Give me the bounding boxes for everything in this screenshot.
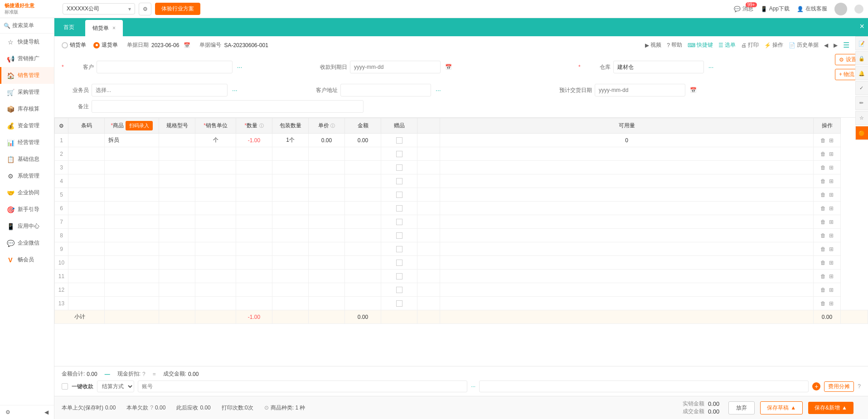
row-spec[interactable] xyxy=(159,242,195,256)
float-bell-btn[interactable]: 🔔 xyxy=(855,66,868,80)
row-spec[interactable] xyxy=(159,283,195,297)
row-amount[interactable] xyxy=(345,256,381,270)
payment-amount-input[interactable] xyxy=(479,380,809,392)
sidebar-item-apps[interactable]: 📱 应用中心 xyxy=(0,218,54,235)
delete-icon[interactable]: 🗑 xyxy=(820,219,826,225)
row-remark[interactable] xyxy=(417,242,440,256)
row-barcode[interactable] xyxy=(68,215,105,229)
row-qty[interactable] xyxy=(236,297,272,310)
row-remark[interactable] xyxy=(417,147,440,161)
sidebar-item-marketing[interactable]: 📢 营销推广 xyxy=(0,50,54,67)
row-spec[interactable] xyxy=(159,147,195,161)
row-price[interactable] xyxy=(309,229,345,242)
row-unit[interactable] xyxy=(195,161,236,174)
row-remark[interactable] xyxy=(417,161,440,174)
notes-input[interactable] xyxy=(92,100,364,113)
row-amount[interactable] xyxy=(345,229,381,242)
customer-addr-dots[interactable]: ··· xyxy=(436,87,441,94)
copy-icon[interactable]: ⊞ xyxy=(829,192,834,198)
sidebar-item-sales[interactable]: 🏠 销售管理 xyxy=(0,67,54,84)
row-unit[interactable] xyxy=(195,188,236,202)
delete-icon[interactable]: 🗑 xyxy=(820,273,826,279)
expected-date-input[interactable] xyxy=(595,84,685,96)
row-barcode[interactable] xyxy=(68,147,105,161)
row-pkg-qty[interactable] xyxy=(272,174,309,188)
sidebar-collapse-icon[interactable]: ◀ xyxy=(44,409,48,415)
sidebar-item-guide[interactable]: 🎯 新手引导 xyxy=(0,201,54,218)
row-price[interactable] xyxy=(309,297,345,310)
row-product[interactable] xyxy=(105,270,159,283)
copy-icon[interactable]: ⊞ xyxy=(829,219,834,225)
float-lock-btn[interactable]: 🔒 xyxy=(855,51,868,65)
row-barcode[interactable] xyxy=(68,161,105,174)
receipt-date-input[interactable] xyxy=(350,61,441,73)
col-settings[interactable]: ⚙ xyxy=(55,118,68,134)
row-remark[interactable] xyxy=(417,297,440,310)
float-note-btn[interactable]: 📝 xyxy=(855,36,868,50)
tab-home[interactable]: 首页 xyxy=(54,18,83,36)
copy-icon[interactable]: ⊞ xyxy=(829,178,834,184)
row-qty[interactable] xyxy=(236,270,272,283)
prev-record-icon[interactable]: ◀ xyxy=(824,42,828,48)
salesperson-input[interactable] xyxy=(92,84,228,96)
row-pkg-qty[interactable] xyxy=(272,297,309,310)
row-qty[interactable] xyxy=(236,283,272,297)
message-button[interactable]: 💬 消息 99+ xyxy=(734,5,753,13)
row-product[interactable] xyxy=(105,256,159,270)
shortcut-link[interactable]: ⌨ 快捷键 xyxy=(688,41,713,49)
help-link[interactable]: ? 帮助 xyxy=(667,41,682,49)
customer-dots[interactable]: ··· xyxy=(237,63,242,71)
history-link[interactable]: 📄 历史单据 xyxy=(789,41,819,49)
row-unit[interactable] xyxy=(195,147,236,161)
float-edit-btn[interactable]: ✏ xyxy=(855,96,868,110)
copy-icon[interactable]: ⊞ xyxy=(829,205,834,212)
row-product[interactable] xyxy=(105,161,159,174)
row-unit[interactable] xyxy=(195,174,236,188)
row-price[interactable] xyxy=(309,256,345,270)
row-barcode[interactable] xyxy=(68,134,105,147)
row-qty[interactable] xyxy=(236,229,272,242)
online-service-button[interactable]: 👤 在线客服 xyxy=(797,5,827,13)
row-barcode[interactable] xyxy=(68,174,105,188)
fee-help-icon[interactable]: ? xyxy=(858,383,861,390)
row-product[interactable] xyxy=(105,174,159,188)
sidebar-item-basic[interactable]: 📋 基础信息 xyxy=(0,151,54,168)
row-barcode[interactable] xyxy=(68,202,105,215)
save-draft-button[interactable]: 保存草稿 ▲ xyxy=(760,401,803,414)
copy-icon[interactable]: ⊞ xyxy=(829,287,834,293)
operation-link[interactable]: ⚡ 操作 xyxy=(764,41,783,49)
customer-input[interactable] xyxy=(97,61,233,73)
row-price[interactable]: 0.00 xyxy=(309,134,345,147)
row-qty[interactable] xyxy=(236,242,272,256)
scan-button[interactable]: 扫码录入 xyxy=(126,121,153,130)
tab-sale-order[interactable]: 销货单 × xyxy=(85,20,123,36)
row-product[interactable] xyxy=(105,188,159,202)
row-gift[interactable] xyxy=(381,229,417,242)
row-spec[interactable] xyxy=(159,256,195,270)
row-price[interactable] xyxy=(309,215,345,229)
sidebar-search[interactable]: 🔍 搜索菜单 xyxy=(0,18,54,34)
row-barcode[interactable] xyxy=(68,242,105,256)
row-remark[interactable] xyxy=(417,283,440,297)
delete-icon[interactable]: 🗑 xyxy=(820,300,826,307)
delete-icon[interactable]: 🗑 xyxy=(820,164,826,171)
fee-split-button[interactable]: 费用分摊 xyxy=(824,381,854,392)
row-spec[interactable] xyxy=(159,229,195,242)
row-pkg-qty[interactable] xyxy=(272,188,309,202)
sidebar-item-finance[interactable]: 💰 资金管理 xyxy=(0,117,54,134)
row-unit[interactable] xyxy=(195,297,236,310)
row-amount[interactable]: 0.00 xyxy=(345,134,381,147)
row-gift[interactable] xyxy=(381,188,417,202)
float-approve-btn[interactable]: ✓ xyxy=(855,81,868,95)
row-price[interactable] xyxy=(309,188,345,202)
close-panel-icon[interactable]: × xyxy=(859,22,864,31)
row-product[interactable] xyxy=(105,215,159,229)
trial-button[interactable]: 体验行业方案 xyxy=(155,3,200,15)
add-payment-button[interactable]: + xyxy=(812,382,820,390)
row-gift[interactable] xyxy=(381,297,417,310)
row-qty[interactable] xyxy=(236,188,272,202)
row-pkg-qty[interactable] xyxy=(272,161,309,174)
copy-icon[interactable]: ⊞ xyxy=(829,273,834,279)
next-record-icon[interactable]: ▶ xyxy=(834,42,838,48)
row-gift[interactable] xyxy=(381,256,417,270)
